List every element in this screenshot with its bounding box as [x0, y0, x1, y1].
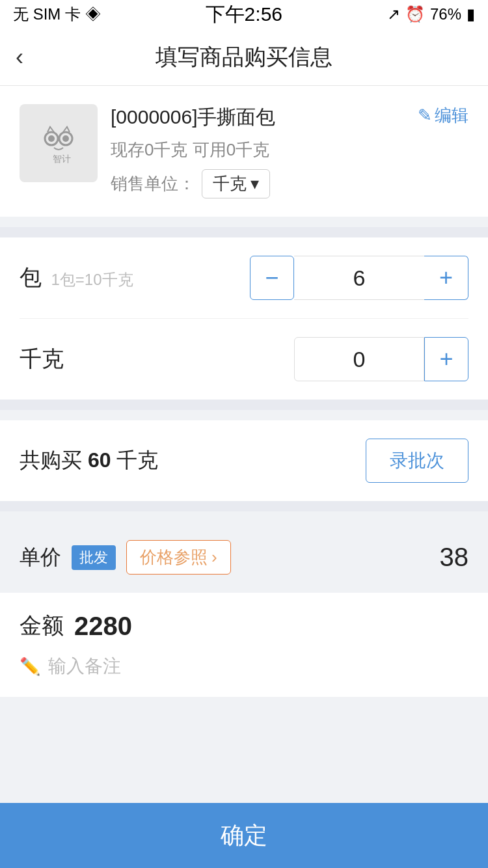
status-left: 无 SIM 卡 ◈	[13, 4, 101, 25]
total-text-group: 共购买 60 千克	[20, 446, 158, 475]
edit-icon: ✎	[418, 105, 432, 126]
price-label: 单价	[20, 543, 61, 572]
svg-point-3	[62, 135, 69, 142]
note-placeholder: 输入备注	[48, 654, 121, 679]
confirm-bar[interactable]: 确定	[0, 803, 488, 868]
kg-input-row: 千克 +	[20, 319, 468, 400]
amount-label: 金额	[20, 611, 64, 641]
bao-label: 包	[20, 265, 42, 290]
product-unit-row: 销售单位： 千克 ▾	[111, 169, 468, 198]
dropdown-icon: ▾	[251, 174, 259, 194]
bao-input-row: 包 1包=10千克 − +	[20, 237, 468, 319]
svg-point-2	[48, 135, 55, 142]
bao-hint: 1包=10千克	[51, 271, 133, 288]
svg-text:智计: 智计	[53, 154, 71, 163]
input-section: 包 1包=10千克 − + 千克 +	[0, 237, 488, 400]
bao-stepper: − +	[250, 256, 468, 300]
status-bar: 无 SIM 卡 ◈ 下午2:56 ↗ ⏰ 76% ▮	[0, 0, 488, 29]
alarm-icon: ⏰	[405, 5, 425, 23]
unit-select[interactable]: 千克 ▾	[202, 169, 270, 198]
edit-button[interactable]: ✎ 编辑	[418, 104, 468, 127]
product-name: [0000006]手撕面包	[111, 104, 418, 131]
amount-row: 金额 2280	[20, 611, 468, 641]
page-title: 填写商品购买信息	[156, 42, 332, 72]
nav-bar: ‹ 填写商品购买信息	[0, 29, 488, 86]
status-time: 下午2:56	[206, 1, 282, 28]
confirm-button[interactable]: 确定	[221, 820, 267, 852]
back-button[interactable]: ‹	[16, 44, 23, 71]
product-thumbnail: 智计	[20, 104, 98, 182]
bao-label-group: 包 1包=10千克	[20, 263, 133, 293]
price-section: 单价 批发 价格参照 › 38	[0, 522, 488, 593]
price-tag: 批发	[72, 545, 116, 570]
amount-value: 2280	[74, 612, 132, 641]
total-label: 共购买 60 千克	[20, 448, 158, 472]
batch-button[interactable]: 录批次	[366, 439, 468, 483]
price-left-group: 单价 批发 价格参照 ›	[20, 540, 231, 575]
note-row[interactable]: ✏️ 输入备注	[20, 654, 468, 679]
price-ref-button[interactable]: 价格参照 ›	[126, 540, 231, 575]
battery-level: 76%	[430, 5, 461, 23]
battery-icon: ▮	[467, 5, 475, 23]
status-right: ↗ ⏰ 76% ▮	[387, 5, 475, 23]
price-value: 38	[440, 543, 469, 572]
kg-label: 千克	[20, 344, 64, 374]
section-separator-3	[0, 501, 488, 511]
section-separator-1	[0, 227, 488, 237]
product-stock: 现存0千克 可用0千克	[111, 139, 468, 161]
bao-increment-button[interactable]: +	[424, 256, 468, 300]
kg-input[interactable]	[294, 337, 424, 381]
total-section: 共购买 60 千克 录批次	[0, 420, 488, 501]
kg-stepper: +	[294, 337, 468, 381]
bao-input[interactable]	[294, 256, 424, 300]
bao-decrement-button[interactable]: −	[250, 256, 294, 300]
location-icon: ↗	[387, 5, 400, 23]
note-icon: ✏️	[20, 657, 40, 677]
product-logo: 智计	[36, 118, 81, 169]
product-info: [0000006]手撕面包 ✎ 编辑 现存0千克 可用0千克 销售单位： 千克 …	[111, 104, 468, 198]
amount-section: 金额 2280 ✏️ 输入备注	[0, 593, 488, 697]
product-card: 智计 [0000006]手撕面包 ✎ 编辑 现存0千克 可用0千克 销售单位： …	[0, 86, 488, 217]
kg-increment-button[interactable]: +	[424, 337, 468, 381]
section-separator-2	[0, 400, 488, 410]
chevron-icon: ›	[211, 547, 217, 567]
total-amount: 60	[88, 448, 111, 472]
